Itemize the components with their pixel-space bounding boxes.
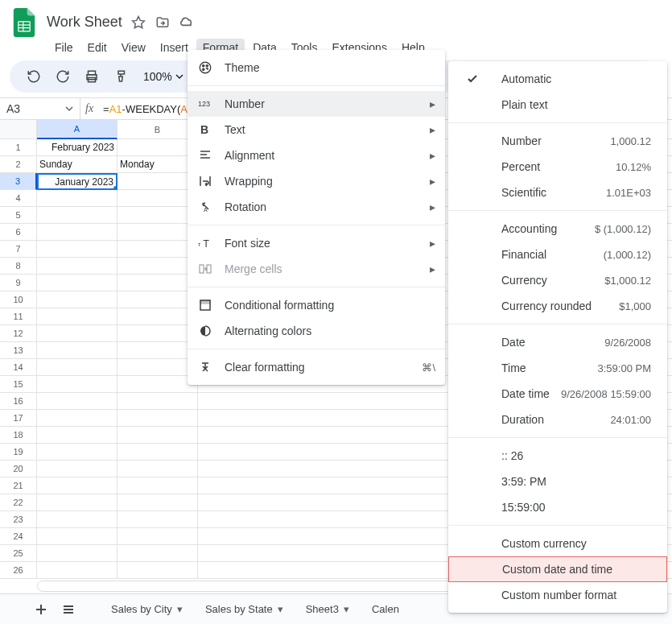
cell[interactable] [37,342,117,359]
format-font-size[interactable]: тT Font size ▸ [188,230,445,256]
number-custom-3[interactable]: 15:59:00 [448,494,667,520]
row-header[interactable]: 19 [0,444,37,461]
number-time[interactable]: Time 3:59:00 PM [448,355,667,381]
cell[interactable] [37,190,117,207]
number-accounting[interactable]: Accounting $ (1,000.12) [448,216,667,242]
number-plain-text[interactable]: Plain text [448,92,667,118]
number-custom-1[interactable]: :: 26 [448,443,667,469]
cell[interactable] [117,291,198,308]
cloud-icon[interactable] [179,14,195,31]
sheets-logo[interactable] [10,8,39,37]
sheet-tab[interactable]: Sheet3▾ [296,597,359,622]
cell[interactable] [37,545,117,562]
format-alternating[interactable]: Alternating colors [188,318,445,344]
cell[interactable] [117,207,198,224]
zoom-select[interactable]: 100% [138,70,188,83]
cell[interactable] [117,545,198,562]
cell[interactable] [117,308,198,325]
format-text[interactable]: B Text ▸ [188,117,445,143]
doc-title[interactable]: Work Sheet [47,14,122,31]
cell[interactable] [37,494,117,511]
cell[interactable] [37,376,117,393]
cell[interactable] [117,511,198,528]
cell[interactable] [117,494,198,511]
cell[interactable] [117,173,198,190]
cell[interactable] [37,258,117,275]
cell[interactable] [117,444,198,461]
cell[interactable] [117,461,198,477]
cell[interactable] [37,393,117,410]
number-number[interactable]: Number 1,000.12 [448,128,667,154]
col-header[interactable]: A [37,120,117,139]
menu-file[interactable]: File [48,39,80,56]
cell[interactable] [117,325,198,342]
cell[interactable] [117,427,198,444]
number-custom-date-time[interactable]: Custom date and time [448,556,667,582]
cell[interactable] [37,207,117,224]
number-custom-number-format[interactable]: Custom number format [448,582,667,608]
menu-view[interactable]: View [115,39,152,56]
all-sheets-icon[interactable] [56,597,80,622]
number-date-time[interactable]: Date time 9/26/2008 15:59:00 [448,381,667,407]
add-sheet-icon[interactable] [29,597,53,622]
cell[interactable] [37,562,117,579]
row-header[interactable]: 22 [0,494,37,511]
cell[interactable] [117,359,198,376]
cell[interactable] [37,224,117,241]
cell[interactable] [37,308,117,325]
menu-edit[interactable]: Edit [81,39,113,56]
cell[interactable] [37,410,117,427]
cell[interactable] [117,477,198,494]
number-custom-2[interactable]: 3:59: PM [448,469,667,494]
row-header[interactable]: 24 [0,528,37,545]
number-financial[interactable]: Financial (1,000.12) [448,242,667,267]
row-header[interactable]: 9 [0,275,37,291]
row-header[interactable]: 3 [0,173,37,190]
format-theme[interactable]: Theme [188,55,445,81]
cell[interactable] [37,461,117,477]
cell[interactable] [117,376,198,393]
number-date[interactable]: Date 9/26/2008 [448,329,667,355]
number-percent[interactable]: Percent 10.12% [448,154,667,180]
row-header[interactable]: 15 [0,376,37,393]
format-alignment[interactable]: Alignment ▸ [188,143,445,168]
cell[interactable] [37,477,117,494]
cell[interactable] [117,224,198,241]
format-wrapping[interactable]: Wrapping ▸ [188,168,445,194]
select-all-corner[interactable] [0,120,37,139]
cell[interactable] [37,359,117,376]
cell[interactable]: February 2023 [37,139,117,156]
col-header[interactable]: B [117,120,198,139]
row-header[interactable]: 17 [0,410,37,427]
row-header[interactable]: 11 [0,308,37,325]
sheet-tab[interactable]: Calen [362,597,409,622]
row-header[interactable]: 5 [0,207,37,224]
cell[interactable] [117,258,198,275]
number-currency-rounded[interactable]: Currency rounded $1,000 [448,293,667,319]
row-header[interactable]: 2 [0,156,37,173]
name-box[interactable]: A3 [0,98,80,119]
cell[interactable] [37,275,117,291]
row-header[interactable]: 20 [0,461,37,477]
cell[interactable] [117,393,198,410]
cell[interactable] [37,325,117,342]
number-custom-currency[interactable]: Custom currency [448,531,667,556]
star-icon[interactable] [130,14,146,31]
format-number[interactable]: 123 Number ▸ [188,91,445,117]
number-automatic[interactable]: Automatic [448,66,667,92]
row-header[interactable]: 18 [0,427,37,444]
row-header[interactable]: 1 [0,139,37,156]
row-header[interactable]: 16 [0,393,37,410]
undo-icon[interactable] [23,65,45,88]
cell[interactable] [37,444,117,461]
row-header[interactable]: 13 [0,342,37,359]
print-icon[interactable] [80,65,103,88]
cell-selected[interactable]: January 2023 [37,173,117,190]
row-header[interactable]: 7 [0,241,37,258]
sheet-tab[interactable]: Sales by City▾ [101,597,192,622]
sheet-tab[interactable]: Sales by State▾ [196,597,293,622]
cell[interactable] [117,139,198,156]
row-header[interactable]: 26 [0,562,37,579]
cell[interactable] [37,528,117,545]
cell[interactable]: Sunday [37,156,117,173]
